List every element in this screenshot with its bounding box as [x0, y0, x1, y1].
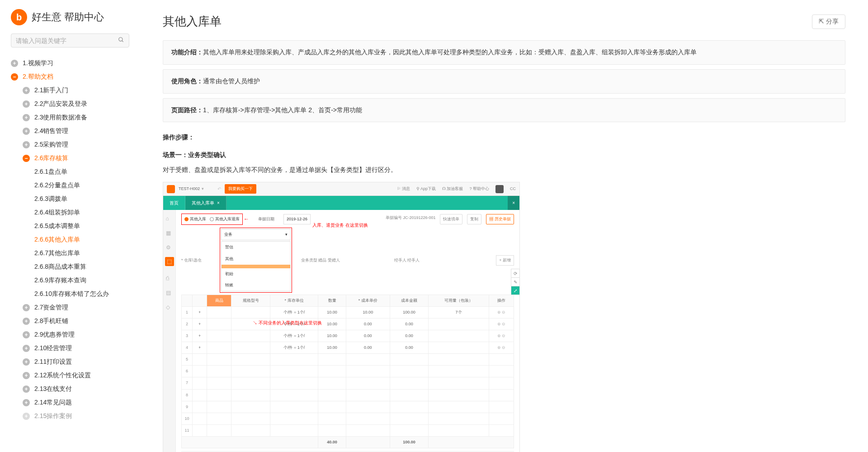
nav-item[interactable]: +2.2产品安装及登录 [23, 97, 129, 111]
chevron-down-icon: ▾ [202, 185, 204, 193]
nav-item[interactable]: +2.7资金管理 [23, 301, 129, 314]
nav-item[interactable]: +2.9优惠券管理 [23, 328, 129, 342]
table-row: 3+个/件 = 1个/10.000.000.00⊕ ⊖ [182, 330, 514, 342]
tool-icon: ⤢ [511, 286, 520, 295]
nav-sub-item[interactable]: 2.6.3调拨单 [34, 192, 129, 206]
scene1-text: 对于受赠、盘盈或是拆装入库等不同的业务，是通过单据头【业务类型】进行区分。 [163, 164, 845, 176]
table-row: 7 [182, 377, 514, 389]
table-row: 1+个/件 = 1个/10.0010.00100.007个⊕ ⊖ [182, 306, 514, 318]
handler-label: 经手人 经手人 [394, 257, 420, 264]
nav-sub-item[interactable]: 2.6.4组装拆卸单 [34, 206, 129, 219]
nav-item[interactable]: −2.6库存核算 [23, 152, 129, 165]
logo-icon: b [11, 9, 27, 25]
path-text: 1、库存核算->库存管理->其他入库单 2、首页->常用功能 [203, 106, 362, 114]
nav-sub-item[interactable]: 2.6.8商品成本重算 [34, 260, 129, 274]
username: CC [510, 185, 516, 193]
table-row: 11 [182, 424, 514, 436]
tool-icon: ⟳ [511, 269, 520, 278]
nav-sub-item[interactable]: 2.6.6其他入库单 [34, 233, 129, 247]
app-logo-icon [167, 185, 175, 193]
col-header [182, 295, 193, 306]
date-label: 单据日期 [258, 215, 274, 223]
plus-icon: + [23, 141, 30, 148]
app-header: TEST-H002 ▾ ↶ 我要购买一下 ⚐ 消息 ⚲ App下载 ☊ 加油客服… [163, 182, 519, 196]
tab-bar: 首页 其他入库单× × [163, 196, 519, 210]
nav-item[interactable]: +1.视频学习 [11, 57, 129, 70]
nav-item[interactable]: +2.14常见问题 [23, 396, 129, 409]
minus-icon: − [23, 155, 30, 162]
nav-tree: +1.视频学习 −2.帮助文档 +2.1新手入门 +2.2产品安装及登录 +2.… [11, 57, 129, 423]
table-row: 2+个/件 = 1个/10.000.000.00⊕ ⊖ [182, 319, 514, 330]
col-header: 规格型号 [231, 295, 270, 306]
nav-item[interactable]: +2.10经营管理 [23, 342, 129, 355]
annotation-2: ↘ 不同业务的入库类型在这里切换 [253, 319, 322, 327]
tab-active: 其他入库单× [185, 196, 226, 210]
plus-icon: + [23, 413, 30, 420]
arrow-icon: ← [244, 214, 249, 224]
rail-icon: ⚙ [166, 243, 173, 250]
nav-item[interactable]: +2.8手机旺铺 [23, 314, 129, 328]
plus-icon: + [23, 128, 30, 135]
dropdown-option: 暂估 [222, 242, 290, 253]
col-header: 数量 [318, 295, 346, 306]
nav-item[interactable]: +2.11打印设置 [23, 355, 129, 369]
plus-icon: + [23, 304, 30, 311]
dropdown-value: 业务 [224, 231, 232, 238]
side-rail: ⌂ ▦ ⚙ ⬚ ⎙ ▤ ◇ [163, 210, 176, 452]
nav-item[interactable]: +2.4销售管理 [23, 124, 129, 138]
search-icon[interactable] [118, 37, 124, 44]
table-row: 8 [182, 389, 514, 401]
nav-sub-item[interactable]: 2.6.2分量盘点单 [34, 179, 129, 192]
radio-label: 其他入库 [190, 215, 206, 223]
nav-sub-item[interactable]: 2.6.1盘点单 [34, 165, 129, 179]
nav-label: 2.2产品安装及登录 [34, 100, 87, 108]
sidebar: b 好生意 帮助中心 +1.视频学习 −2.帮助文档 +2.1新手入门 +2.2… [0, 0, 140, 452]
site-logo: b 好生意 帮助中心 [11, 9, 129, 25]
nav-sub-item[interactable]: 2.6.10库存账本错了怎么办 [34, 287, 129, 301]
table-row: 4+个/件 = 1个/10.000.000.00⊕ ⊖ [182, 342, 514, 354]
docno-label: 单据编号 [386, 215, 402, 220]
nav-label: 2.6库存核算 [34, 154, 68, 162]
nav-label: 2.10经营管理 [34, 344, 72, 352]
share-label: 分享 [826, 18, 839, 25]
plus-icon: + [23, 385, 30, 393]
path-box: 页面路径：1、库存核算->库存管理->其他入库单 2、首页->常用功能 [163, 98, 845, 123]
app-title: TEST-H002 [179, 185, 200, 193]
pill-quickfill: 快速填单 [440, 214, 462, 224]
col-header: * 库存单位 [270, 295, 318, 306]
nav-item[interactable]: +2.12系统个性化设置 [23, 369, 129, 382]
rail-icon: ⌂ [166, 214, 173, 221]
search-box[interactable] [11, 33, 129, 48]
page-title: 其他入库单 [163, 14, 222, 29]
table-row: 5 [182, 354, 514, 366]
nav-item[interactable]: +2.3使用前数据准备 [23, 111, 129, 124]
dropdown-option: 转账 [222, 280, 290, 291]
nav-label: 2.7资金管理 [34, 304, 68, 312]
nav-item[interactable]: +2.13在线支付 [23, 382, 129, 396]
search-input[interactable] [16, 37, 114, 44]
nav-item[interactable]: +2.15操作案例 [23, 409, 129, 423]
col-header: * 成本单价 [346, 295, 390, 306]
nav-sub-item[interactable]: 2.6.9库存账本查询 [34, 274, 129, 287]
nav-label: 2.3使用前数据准备 [34, 114, 87, 122]
col-header: 成本金额 [390, 295, 429, 306]
nav-item[interactable]: +2.1新手入门 [23, 84, 129, 97]
nav-sub-item[interactable]: 2.6.5成本调整单 [34, 219, 129, 233]
nav-label: 2.12系统个性化设置 [34, 371, 91, 380]
add-button: + 新增 [496, 255, 514, 266]
app-screenshot: TEST-H002 ▾ ↶ 我要购买一下 ⚐ 消息 ⚲ App下载 ☊ 加油客服… [163, 182, 520, 452]
role-box: 使用角色：通常由仓管人员维护 [163, 69, 845, 94]
rail-icon: ▦ [166, 228, 173, 235]
nav-label: 2.4销售管理 [34, 127, 68, 135]
tab-close-all: × [508, 196, 519, 210]
nav-item[interactable]: +2.5采购管理 [23, 138, 129, 152]
share-button[interactable]: ⇱ 分享 [812, 14, 845, 29]
col-header: 可用量（包装） [429, 295, 489, 306]
biz-label: 业务类型 赠品 受赠人 [301, 257, 340, 264]
plus-icon: + [23, 345, 30, 352]
nav-label: 2.帮助文档 [23, 73, 53, 81]
nav-sub-item[interactable]: 2.6.7其他出库单 [34, 247, 129, 260]
plus-icon: + [23, 358, 30, 366]
nav-item[interactable]: −2.帮助文档 [11, 70, 129, 84]
nav-label: 2.9优惠券管理 [34, 331, 75, 339]
